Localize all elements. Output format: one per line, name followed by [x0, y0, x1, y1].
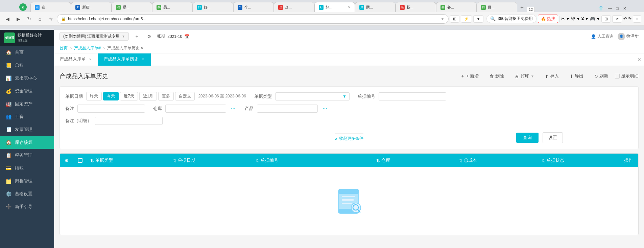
- browser-tab-2[interactable]: 新 新建...: [71, 2, 112, 12]
- browser-tab-12[interactable]: 目 目...: [477, 2, 517, 12]
- bookmark-btn[interactable]: ☆: [46, 14, 55, 24]
- th-number[interactable]: ⇅ 单据编号: [252, 157, 373, 163]
- close-btn[interactable]: ✕: [622, 6, 627, 11]
- settings-btn[interactable]: ⚙: [145, 32, 153, 41]
- browser-tab-9[interactable]: 腾 腾...: [355, 2, 396, 12]
- tab-history[interactable]: 产成品入库单历史 ×: [98, 53, 151, 66]
- browser-tab-6[interactable]: 个 个...: [233, 2, 274, 12]
- new-tab-btn[interactable]: ＋: [517, 3, 527, 12]
- browser-tabs: e 在 在... 新 新建... 易 易... 易 易... 好 好... 个: [0, 0, 644, 12]
- collapse-btn[interactable]: ∧ 收起更多条件: [335, 133, 363, 143]
- add-btn[interactable]: ＋ + 新增: [456, 71, 483, 81]
- grid-view-btn[interactable]: ⊞: [601, 15, 611, 23]
- sidebar-item-tax[interactable]: 📋 税务管理: [0, 149, 54, 162]
- browser-tab-5[interactable]: 好 好...: [193, 2, 233, 12]
- sidebar-item-checkout[interactable]: 💳 结账: [0, 162, 54, 175]
- sidebar-item-archive[interactable]: 🗂️ 归档管理: [0, 175, 54, 187]
- tab-close-8[interactable]: ✕: [348, 5, 351, 9]
- th-settings[interactable]: ⚙: [60, 158, 73, 163]
- browser-tab-8[interactable]: 好 好... ✕: [314, 2, 355, 12]
- th-date[interactable]: ⇅ 单据日期: [169, 157, 252, 163]
- home-btn[interactable]: ⌂: [35, 14, 45, 24]
- help-btn[interactable]: 👤 人工咨询: [591, 33, 614, 39]
- th-checkbox[interactable]: [73, 158, 87, 163]
- browser-tab-7[interactable]: 企 企...: [274, 2, 314, 12]
- extensions-btn[interactable]: ⊞: [450, 15, 459, 23]
- company-selector[interactable]: (勿删勿禁用) 江西服宝测试专用 ▼: [59, 32, 129, 41]
- product-filter-input[interactable]: [257, 105, 318, 113]
- scissors-tool[interactable]: ✂▼: [561, 16, 570, 21]
- detail-remark-input[interactable]: [95, 117, 163, 125]
- date-btn-custom[interactable]: 自定义: [175, 92, 195, 100]
- setting-btn[interactable]: 设置: [543, 132, 563, 143]
- sync-tools[interactable]: ↶↷: [623, 16, 631, 21]
- sidebar-item-salary[interactable]: 👥 工资: [0, 110, 54, 123]
- date-btn-1month[interactable]: 近1月: [139, 92, 157, 100]
- product-filter-dots[interactable]: ···: [321, 106, 328, 112]
- warehouse-filter-dots[interactable]: ···: [230, 106, 237, 112]
- sidebar-item-ledger[interactable]: 📒 总账: [0, 59, 54, 72]
- import-btn[interactable]: ⬆ 导入: [541, 71, 563, 81]
- back-btn[interactable]: ◀: [3, 14, 12, 24]
- search-bar[interactable]: 🔍 360智能抠图免费用: [486, 15, 536, 23]
- sidebar-item-home[interactable]: 🏠 首页: [0, 46, 54, 59]
- tab-history-close[interactable]: ×: [141, 57, 145, 62]
- warehouse-filter-input[interactable]: [165, 105, 226, 113]
- print-btn[interactable]: 🖨 打印 ▼: [511, 71, 538, 81]
- remark-filter-input[interactable]: [77, 105, 145, 113]
- sidebar-item-settings[interactable]: ⚙️ 基础设置: [0, 187, 54, 200]
- shirt-icon[interactable]: 👕: [597, 5, 605, 12]
- show-cols-checkbox[interactable]: [615, 74, 620, 78]
- add-company-btn[interactable]: ＋: [133, 32, 141, 41]
- dropdown-btn[interactable]: ▼: [473, 15, 483, 23]
- forward-btn[interactable]: ▶: [14, 14, 23, 24]
- sidebar-label-salary: 工资: [15, 114, 49, 120]
- reload-btn[interactable]: ↻: [24, 14, 34, 24]
- sidebar-item-funds[interactable]: 💰 资金管理: [0, 85, 54, 97]
- type-filter-select[interactable]: ▼: [275, 92, 350, 100]
- date-btn-today[interactable]: 今天: [103, 92, 119, 100]
- tab-list[interactable]: 产成品入库单 ×: [54, 53, 98, 66]
- date-btn-7days[interactable]: 近7天: [120, 92, 138, 100]
- translate-tool[interactable]: 译▼: [571, 16, 580, 22]
- sidebar-item-inventory[interactable]: 🏠 库存核算: [0, 136, 54, 149]
- game-tool[interactable]: 🎮▼: [590, 16, 600, 21]
- user-info[interactable]: 👤 徐泽华: [618, 33, 639, 40]
- th-type[interactable]: ⇅ 单据类型: [87, 157, 169, 163]
- hot-search-btn[interactable]: 🔥 热搜: [538, 15, 558, 23]
- maximize-btn[interactable]: □: [615, 6, 620, 11]
- delete-btn[interactable]: 🗑 删除: [485, 71, 508, 81]
- sidebar-item-guide[interactable]: ➕ 新手引导: [0, 200, 54, 213]
- date-btn-yesterday[interactable]: 昨天: [86, 92, 102, 100]
- browser-tab-3[interactable]: 易 易...: [112, 2, 152, 12]
- tab-label-6: 个...: [244, 5, 251, 10]
- breadcrumb-home[interactable]: 首页: [59, 45, 68, 51]
- minimize-btn[interactable]: —: [607, 6, 612, 11]
- money-tool[interactable]: ¥▼: [581, 16, 589, 21]
- refresh-btn[interactable]: ↻ 刷新: [590, 71, 612, 81]
- select-all-checkbox[interactable]: [78, 158, 82, 163]
- breadcrumb-list[interactable]: 产成品入库单#: [74, 45, 101, 51]
- browser-tab-11[interactable]: 各 各...: [436, 2, 477, 12]
- date-btn-more[interactable]: 更多: [158, 92, 174, 100]
- lightning-btn[interactable]: ⚡: [461, 15, 472, 23]
- export-btn[interactable]: ⬇ 导出: [566, 71, 588, 81]
- tab-label-10: 畅...: [407, 5, 413, 10]
- brightness-btn[interactable]: ☀: [612, 15, 622, 23]
- query-btn[interactable]: 查询: [516, 133, 539, 143]
- th-cost[interactable]: ⇅ 总成本: [455, 157, 538, 163]
- more-menu-btn[interactable]: ≡: [633, 15, 641, 23]
- calendar-icon[interactable]: 📅: [184, 34, 189, 39]
- address-bar[interactable]: 🔒 https://cloud.chanjet.com/accounting/u…: [57, 14, 449, 24]
- panel-close-btn[interactable]: ✕: [637, 57, 641, 62]
- number-filter-input[interactable]: [379, 92, 446, 100]
- th-status[interactable]: ⇅ 单据状态: [538, 157, 621, 163]
- sidebar-item-fixed[interactable]: 🏭 固定资产: [0, 97, 54, 110]
- tab-list-close[interactable]: ×: [88, 57, 93, 62]
- th-warehouse[interactable]: ⇅ 仓库: [373, 157, 455, 163]
- sidebar-item-reports[interactable]: 📊 云报表中心: [0, 72, 54, 85]
- sidebar-item-invoice[interactable]: 🧾 发票管理: [0, 123, 54, 136]
- browser-tab-1[interactable]: 在 在...: [30, 2, 71, 12]
- browser-tab-10[interactable]: 畅 畅...: [396, 2, 436, 12]
- browser-tab-4[interactable]: 易 易...: [152, 2, 193, 12]
